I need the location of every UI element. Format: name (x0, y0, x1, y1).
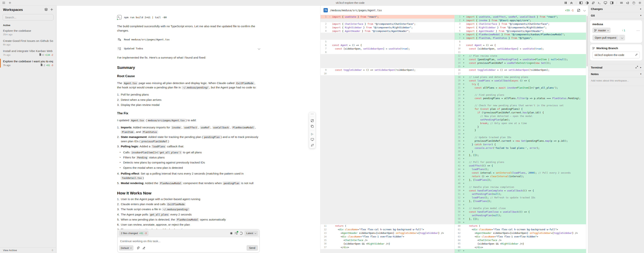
section-changes[interactable]: Changes ▸ (588, 6, 644, 12)
code-line: import { ChatInterface } from "@/compone… (332, 22, 454, 25)
git-compare-icon[interactable] (310, 144, 314, 147)
workspace-diff-stats: 4+134-2 (39, 53, 53, 56)
pull-request-dropdown[interactable] (619, 35, 625, 40)
section-git[interactable]: Git ▾ (588, 12, 644, 19)
view-archive-link[interactable]: View Archive (3, 249, 17, 252)
tool-call-row[interactable]: Read medusa/src/pages/Agent.tsx (117, 37, 260, 42)
panel-left-icon[interactable] (580, 2, 582, 4)
monitor-icon[interactable] (310, 138, 314, 142)
status-dot (116, 18, 118, 20)
code-line: const interval = setInterval(loadPlans, … (466, 171, 588, 174)
diff-view-mode-icon[interactable] (577, 9, 580, 12)
files-changed-badge[interactable]: 2 files changed +61 -3 (119, 231, 149, 236)
removed-count: -3 (144, 232, 147, 234)
diff-marker: + (461, 16, 466, 18)
code-line: <div className="flex flex-col h-screen b… (332, 228, 454, 231)
line-number: 63 (454, 235, 461, 238)
tool-call-row[interactable]: npm run build 2>&1 | tail -80 (117, 15, 260, 20)
open-pull-request-button[interactable]: Open pull request (592, 35, 619, 40)
diff-row: 33+ } (454, 128, 588, 132)
files-changed-label: 2 files changed (121, 232, 138, 234)
line-number: 61 (454, 228, 461, 231)
workspace-item[interactable]: Create Good First Issues on Github So p6… (0, 38, 56, 48)
working-branch-input[interactable] (594, 54, 634, 56)
new-workspace-icon[interactable] (50, 8, 53, 12)
diff-row (320, 206, 454, 210)
code-line: setPendingPlan(plan); (466, 118, 588, 121)
line-number: 6 (454, 33, 461, 36)
workspace-item[interactable]: Install and integrate Vibe Kanban Web G7… (0, 48, 56, 58)
pen-icon[interactable] (142, 246, 146, 250)
menu-lines-icon[interactable] (620, 2, 623, 4)
diff-view-icon[interactable] (310, 119, 314, 122)
panel-right-icon[interactable] (610, 2, 614, 4)
expand-icon[interactable] (636, 66, 638, 69)
diff-old-pane: 1-import { useState } from "react";2impo… (320, 15, 454, 253)
chevron-down-icon[interactable] (258, 47, 260, 50)
diff-file-header[interactable]: TS /medusa/medusa/src/pages/Agent.tsx +5… (320, 6, 588, 15)
code-line: // New plan detected — open the modal (466, 115, 588, 118)
pause-icon[interactable] (564, 2, 567, 4)
monitor-icon[interactable] (604, 2, 607, 4)
diff-marker: + (461, 189, 466, 192)
notes-placeholder[interactable]: Add notes about this workspace... (588, 77, 644, 86)
section-terminal[interactable]: Terminal ▸ (588, 64, 644, 71)
settings-icon[interactable] (638, 1, 641, 4)
diff-row (320, 18, 454, 22)
tool-call-row[interactable]: Updated Todos (117, 46, 260, 51)
branch-selector[interactable]: master (592, 28, 610, 33)
theme-icon[interactable] (586, 2, 588, 4)
send-button[interactable]: Send (246, 245, 258, 251)
add-icon[interactable] (9, 2, 11, 4)
workspace-item[interactable]: Explore the codebase35m ago (0, 28, 56, 38)
help-icon[interactable]: ? (632, 2, 635, 4)
code-line: const toggleSidebar = () => setSidebarOp… (466, 68, 588, 71)
list-item: 2.Detect when a new plan arrives (117, 98, 260, 102)
collapse-all-icon[interactable] (570, 2, 573, 4)
latest-dropdown[interactable]: Latest (244, 231, 258, 236)
run-icon[interactable]: ▷ (310, 132, 314, 136)
megaphone-icon[interactable] (626, 2, 629, 4)
todos-status-icon[interactable] (235, 232, 238, 234)
spark-icon[interactable] (230, 232, 233, 235)
terminal-icon[interactable] (598, 2, 601, 4)
edit-branch-icon[interactable] (635, 53, 638, 57)
menu-icon[interactable] (2, 2, 5, 4)
line-number: 17 (320, 246, 327, 248)
copy-icon[interactable] (310, 124, 314, 128)
diff-row: 3import { ChatInterface } from "@/compon… (454, 22, 588, 26)
diff-row: 64 <ChatInterface /> (454, 238, 588, 242)
diff-row: 32+ } (454, 125, 588, 128)
message-input[interactable] (120, 240, 257, 243)
paperclip-icon[interactable] (136, 246, 140, 250)
diff-row: 5 (320, 40, 454, 43)
line-number: 23 (454, 94, 461, 96)
diff-row (320, 189, 454, 192)
line-number: 39 (454, 150, 461, 153)
workspace-item[interactable]: Explore the codebase I want you to expl7… (0, 58, 56, 68)
section-notes[interactable]: Notes ▾ (588, 71, 644, 77)
layers-icon[interactable] (44, 8, 48, 12)
code-line: import { AgentHeader } from "@/component… (332, 30, 454, 32)
diff-scrollbar[interactable] (586, 15, 588, 253)
diff-row: 1-import { useState } from "react"; (320, 15, 454, 18)
diff-marker: + (461, 58, 466, 60)
diff-row (320, 160, 454, 164)
workspace-search-input[interactable] (3, 14, 54, 20)
code-line: useEffect(() => { (466, 164, 588, 167)
workspace-title: Explore the codebase (3, 29, 53, 32)
line-number: 66 (454, 246, 461, 248)
workspace-meta: 35m ago (3, 33, 53, 36)
git-compare-icon[interactable] (592, 2, 594, 4)
code-line: <div className="flex flex-1 overflow-hid… (466, 235, 588, 238)
line-number: 18 (454, 76, 461, 78)
drag-handle-icon[interactable]: ••• (311, 113, 314, 115)
mode-dropdown[interactable]: Default (119, 245, 134, 250)
collapse-file-icon[interactable] (584, 10, 586, 11)
repo-name: medusa (592, 22, 640, 26)
more-options-icon[interactable]: ··· (636, 29, 640, 32)
conversation-scroll-area[interactable]: npm run build 2>&1 | tail -80The build c… (56, 6, 320, 231)
diff-row: 29+ // New plan detected — open the moda… (454, 114, 588, 118)
git-repo-card: medusa master ↑1 ··· Open pull request (590, 20, 642, 43)
line-number: 13 (454, 58, 461, 60)
